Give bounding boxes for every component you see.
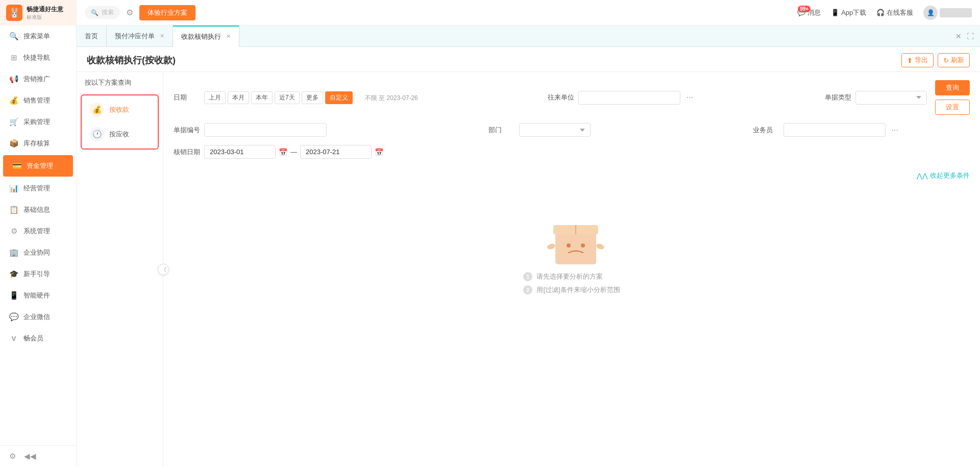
sidebar-item-marketing[interactable]: 📢 营销推广 bbox=[0, 68, 76, 90]
tab-close-all-btn[interactable]: ✕ bbox=[953, 30, 964, 42]
counterpart-dots-btn[interactable]: ··· bbox=[684, 93, 695, 102]
purchase-icon: 🛒 bbox=[9, 117, 18, 127]
refresh-btn[interactable]: ↻ 刷新 bbox=[938, 53, 970, 67]
salesperson-input[interactable] bbox=[783, 123, 886, 137]
cal-end-icon[interactable]: 📅 bbox=[375, 148, 383, 156]
sidebar-logo: 🐰 畅捷通好生意 标准版 bbox=[0, 0, 76, 26]
empty-text: 1 请先选择要分析的方案 2 用[过滤]条件来缩小分析范围 bbox=[523, 272, 620, 299]
topbar-right: 💬 99+ 消息 📱 App下载 🎧 在线客服 👤 Rit bbox=[797, 6, 972, 20]
department-field: 部门 bbox=[488, 123, 591, 137]
prev-month-btn[interactable]: 上月 bbox=[204, 91, 226, 104]
sidebar-nav: 🔍 搜索菜单 ⊞ 快捷导航 📢 营销推广 💰 销售管理 🛒 采购管理 📦 库存核… bbox=[0, 26, 76, 445]
topbar-gear-icon[interactable]: ⚙ bbox=[126, 8, 133, 17]
sidebar-item-finance[interactable]: 💳 资金管理 bbox=[3, 155, 73, 177]
receipt-icon: 💰 bbox=[90, 103, 104, 117]
sidebar-item-wechat[interactable]: 💬 企业微信 bbox=[0, 306, 76, 328]
doc-type-select[interactable] bbox=[855, 91, 927, 105]
step-1-circle: 1 bbox=[523, 272, 532, 281]
user-profile[interactable]: 👤 Rit bbox=[923, 6, 972, 20]
filter-sidebar-collapse-btn[interactable]: 《 bbox=[158, 264, 169, 275]
tab-prepay-label: 预付冲应付单 bbox=[115, 32, 155, 41]
message-btn[interactable]: 💬 99+ 消息 bbox=[797, 8, 821, 17]
sidebar-item-inventory[interactable]: 📦 库存核算 bbox=[0, 133, 76, 154]
query-row-3: 核销日期 📅 — 📅 bbox=[174, 145, 970, 159]
logo-icon: 🐰 bbox=[6, 5, 22, 21]
empty-step-1: 1 请先选择要分析的方案 bbox=[523, 272, 620, 281]
collapse-more-btn[interactable]: ⋀⋀ 收起更多条件 bbox=[917, 171, 970, 180]
main-content: 🔍 搜索 ⚙ 体验行业方案 💬 99+ 消息 📱 App下载 🎧 在线客服 bbox=[77, 0, 980, 467]
app-download-btn[interactable]: 📱 App下载 bbox=[831, 8, 866, 17]
this-month-btn[interactable]: 本月 bbox=[228, 91, 249, 104]
query-row-1: 日期 上月 本月 本年 近7天 更多 自定义 不限 至 2023-07-26 bbox=[174, 80, 970, 115]
svg-point-6 bbox=[596, 243, 605, 251]
page-area: 收款核销执行(按收款) ⬆ 导出 ↻ 刷新 按以下方案查询 bbox=[77, 47, 980, 467]
collapse-sidebar-icon[interactable]: ◀◀ bbox=[24, 452, 36, 461]
online-service-btn[interactable]: 🎧 在线客服 bbox=[876, 8, 913, 17]
tab-prepay[interactable]: 预付冲应付单 ✕ bbox=[107, 26, 173, 47]
last-7-days-btn[interactable]: 近7天 bbox=[275, 91, 300, 104]
export-btn[interactable]: ⬆ 导出 bbox=[901, 53, 934, 67]
export-icon: ⬆ bbox=[907, 57, 913, 64]
tab-home-label: 首页 bbox=[85, 32, 98, 41]
department-select[interactable] bbox=[519, 123, 591, 137]
cal-start-icon[interactable]: 📅 bbox=[279, 148, 287, 156]
topbar-search[interactable]: 🔍 搜索 bbox=[85, 6, 120, 19]
doc-number-label: 单据编号 bbox=[174, 126, 200, 135]
message-badge: 99+ bbox=[798, 6, 811, 12]
industry-btn[interactable]: 体验行业方案 bbox=[139, 5, 195, 20]
sidebar-item-member[interactable]: V 畅会员 bbox=[0, 328, 76, 349]
sidebar-item-search[interactable]: 🔍 搜索菜单 bbox=[0, 26, 76, 47]
counterpart-input[interactable] bbox=[578, 91, 680, 105]
sidebar-item-enterprise[interactable]: 🏢 企业协同 bbox=[0, 242, 76, 263]
write-off-date-end-input[interactable] bbox=[300, 145, 372, 159]
write-off-date-field: 核销日期 📅 — 📅 bbox=[174, 145, 383, 159]
receivable-icon: 🕐 bbox=[90, 127, 104, 141]
sidebar-item-hardware[interactable]: 📱 智能硬件 bbox=[0, 285, 76, 306]
enterprise-icon: 🏢 bbox=[9, 248, 18, 257]
tab-write-off-close[interactable]: ✕ bbox=[226, 33, 231, 40]
write-off-date-start-input[interactable] bbox=[204, 145, 276, 159]
salesperson-dots-btn[interactable]: ··· bbox=[890, 126, 900, 135]
empty-step-2: 2 用[过滤]条件来缩小分析范围 bbox=[523, 285, 620, 294]
query-btn[interactable]: 查询 bbox=[935, 80, 970, 95]
page-header: 收款核销执行(按收款) ⬆ 导出 ↻ 刷新 bbox=[77, 47, 980, 72]
salesperson-label: 业务员 bbox=[753, 126, 779, 135]
empty-illustration bbox=[546, 211, 597, 262]
member-icon: V bbox=[9, 335, 18, 342]
svg-rect-0 bbox=[555, 231, 596, 264]
sidebar-item-purchase[interactable]: 🛒 采购管理 bbox=[0, 111, 76, 133]
filter-option-by-receivable[interactable]: 🕐 按应收 bbox=[82, 122, 158, 146]
sidebar-item-business[interactable]: 📊 经营管理 bbox=[0, 178, 76, 199]
tab-prepay-close[interactable]: ✕ bbox=[160, 33, 164, 39]
tab-expand-btn[interactable]: ⛶ bbox=[965, 30, 976, 42]
filter-option-by-receipt[interactable]: 💰 按收款 bbox=[82, 97, 158, 122]
chevron-up-icon: ⋀⋀ bbox=[917, 172, 928, 180]
doc-type-label: 单据类型 bbox=[825, 93, 851, 102]
doc-number-input[interactable] bbox=[204, 123, 327, 137]
message-badge-wrap: 💬 99+ bbox=[797, 9, 805, 16]
sales-icon: 💰 bbox=[9, 96, 18, 105]
tab-write-off-label: 收款核销执行 bbox=[181, 32, 221, 41]
sidebar-item-guide[interactable]: 🎓 新手引导 bbox=[0, 263, 76, 285]
sidebar: 🐰 畅捷通好生意 标准版 🔍 搜索菜单 ⊞ 快捷导航 📢 营销推广 💰 销售管理… bbox=[0, 0, 77, 467]
tab-home[interactable]: 首页 bbox=[77, 26, 107, 47]
this-year-btn[interactable]: 本年 bbox=[251, 91, 273, 104]
sidebar-item-system[interactable]: ⚙ 系统管理 bbox=[0, 220, 76, 242]
settings-footer-icon[interactable]: ⚙ bbox=[9, 452, 16, 461]
wechat-icon: 💬 bbox=[9, 312, 18, 322]
settings-btn[interactable]: 设置 bbox=[935, 100, 970, 115]
marketing-icon: 📢 bbox=[9, 75, 18, 84]
filter-options-border: 💰 按收款 🕐 按应收 bbox=[81, 94, 159, 150]
headset-icon: 🎧 bbox=[876, 9, 885, 16]
logo-text: 畅捷通好生意 标准版 bbox=[27, 5, 63, 21]
range-sep: — bbox=[290, 148, 297, 156]
home-icon: ⊞ bbox=[9, 53, 18, 62]
tab-write-off[interactable]: 收款核销执行 ✕ bbox=[173, 26, 239, 47]
custom-btn[interactable]: 自定义 bbox=[325, 91, 353, 104]
tabbar-controls: ✕ ⛶ bbox=[949, 30, 980, 42]
sidebar-item-quick-nav[interactable]: ⊞ 快捷导航 bbox=[0, 47, 76, 68]
svg-point-3 bbox=[567, 243, 571, 248]
sidebar-item-sales[interactable]: 💰 销售管理 bbox=[0, 90, 76, 111]
more-btn[interactable]: 更多 bbox=[302, 91, 323, 104]
sidebar-item-basic-info[interactable]: 📋 基础信息 bbox=[0, 199, 76, 220]
